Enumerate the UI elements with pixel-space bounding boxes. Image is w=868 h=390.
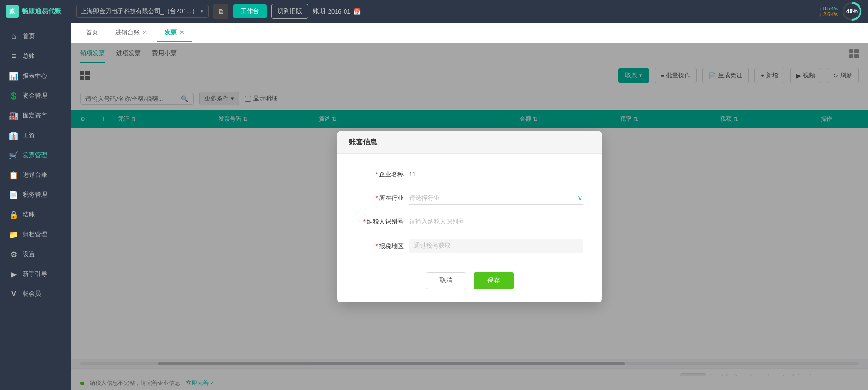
progress-pct: 49% bbox=[846, 8, 858, 15]
taxpayer-input[interactable] bbox=[409, 216, 583, 227]
tab-close-invoice[interactable]: ✕ bbox=[179, 29, 184, 36]
sidebar-label-invoice: 发票管理 bbox=[23, 151, 47, 159]
modal-title: 账套信息 bbox=[349, 138, 377, 146]
sidebar-label-member: 畅会员 bbox=[23, 290, 41, 298]
sidebar-label-guide: 新手引导 bbox=[23, 270, 47, 278]
taxpayer-label: *纳税人识别号 bbox=[356, 217, 404, 226]
sidebar-item-assets[interactable]: 🏭 固定资产 bbox=[0, 106, 71, 125]
tab-bar: 首页 进销台账 ✕ 发票 ✕ bbox=[71, 23, 868, 43]
reports-icon: 📊 bbox=[9, 72, 18, 80]
tab-purchase[interactable]: 进销台账 ✕ bbox=[108, 24, 155, 42]
salary-icon: 👔 bbox=[9, 131, 18, 140]
form-row-industry: *所在行业 请选择行业 ∨ bbox=[356, 191, 583, 205]
sidebar-label-assets: 固定资产 bbox=[23, 111, 47, 120]
calendar-icon[interactable]: 📅 bbox=[353, 8, 361, 15]
main-content: 首页 进销台账 ✕ 发票 ✕ 销项发票 进项发票 费用小票 bbox=[71, 23, 868, 390]
form-row-taxpayer: *纳税人识别号 bbox=[356, 216, 583, 227]
sidebar-item-finance[interactable]: 💲 资金管理 bbox=[0, 86, 71, 106]
company-label: *企业名称 bbox=[356, 170, 404, 179]
chevron-down-icon: ∨ bbox=[577, 193, 583, 202]
sidebar-item-home[interactable]: ⌂ 首页 bbox=[0, 26, 71, 46]
industry-label: *所在行业 bbox=[356, 194, 404, 202]
closing-icon: 🔒 bbox=[9, 210, 18, 219]
sidebar-item-purchase[interactable]: 📋 进销台账 bbox=[0, 165, 71, 185]
network-up: ↑ 8.5K/s bbox=[819, 6, 838, 11]
sidebar-item-closing[interactable]: 🔒 结账 bbox=[0, 205, 71, 224]
sidebar-label-reports: 报表中心 bbox=[23, 72, 47, 80]
period-value: 2016-01 bbox=[328, 8, 351, 15]
sidebar-label-ledger: 总账 bbox=[23, 52, 35, 60]
save-button[interactable]: 保存 bbox=[474, 272, 514, 289]
logo: 账 畅康通易代账 bbox=[6, 5, 72, 18]
ledger-icon: ≡ bbox=[9, 52, 18, 60]
member-icon: V bbox=[9, 290, 18, 298]
company-arrow-icon: ▼ bbox=[200, 9, 204, 14]
assets-icon: 🏭 bbox=[9, 111, 18, 120]
sidebar-item-invoice[interactable]: 🛒 发票管理 bbox=[0, 145, 71, 165]
form-row-company: *企业名称 bbox=[356, 169, 583, 180]
workbench-button[interactable]: 工作台 bbox=[233, 4, 267, 18]
modal-footer: 取消 保存 bbox=[337, 265, 602, 302]
sidebar-item-reports[interactable]: 📊 报表中心 bbox=[0, 66, 71, 86]
sidebar-label-purchase: 进销台账 bbox=[23, 171, 47, 179]
modal-dialog: 账套信息 *企业名称 *所在行业 bbox=[337, 131, 602, 302]
sidebar-item-archive[interactable]: 📁 归档管理 bbox=[0, 224, 71, 244]
home-icon: ⌂ bbox=[9, 32, 18, 41]
top-right-area: ↑ 8.5K/s ↓ 2.6K/s 49% bbox=[819, 1, 862, 22]
archive-icon: 📁 bbox=[9, 230, 18, 239]
sidebar-item-tax[interactable]: 📄 税务管理 bbox=[0, 185, 71, 205]
switch-version-button[interactable]: 切到旧版 bbox=[271, 4, 308, 19]
industry-placeholder: 请选择行业 bbox=[409, 194, 577, 202]
content-area: 销项发票 进项发票 费用小票 bbox=[71, 43, 868, 390]
company-selector[interactable]: 上海卯金刀电子科技有限公司_（台201...） ▼ bbox=[76, 5, 209, 18]
tax-icon: 📄 bbox=[9, 191, 18, 199]
company-name: 上海卯金刀电子科技有限公司_（台201...） bbox=[81, 7, 198, 16]
sidebar-label-closing: 结账 bbox=[23, 210, 35, 219]
company-input[interactable] bbox=[409, 169, 583, 180]
tax-region-label: *报税地区 bbox=[356, 242, 404, 250]
finance-icon: 💲 bbox=[9, 91, 18, 100]
tab-home[interactable]: 首页 bbox=[78, 24, 106, 42]
purchase-icon: 📋 bbox=[9, 171, 18, 179]
modal-header: 账套信息 bbox=[337, 131, 602, 154]
sidebar-label-archive: 归档管理 bbox=[23, 230, 47, 239]
network-down: ↓ 2.6K/s bbox=[819, 11, 838, 17]
industry-select[interactable]: 请选择行业 ∨ bbox=[409, 191, 583, 205]
tax-region-display: 通过税号获取 bbox=[409, 239, 583, 253]
sidebar-item-settings[interactable]: ⚙ 设置 bbox=[0, 244, 71, 264]
logo-icon: 账 bbox=[6, 5, 19, 18]
sidebar-label-salary: 工资 bbox=[23, 131, 35, 140]
sidebar-item-member[interactable]: V 畅会员 bbox=[0, 284, 71, 304]
sidebar-label-settings: 设置 bbox=[23, 250, 35, 258]
sidebar-item-salary[interactable]: 👔 工资 bbox=[0, 125, 71, 145]
cancel-button[interactable]: 取消 bbox=[426, 272, 466, 289]
sidebar-label-home: 首页 bbox=[23, 32, 35, 41]
top-bar: 账 畅康通易代账 上海卯金刀电子科技有限公司_（台201...） ▼ ⧉ 工作台… bbox=[0, 0, 868, 23]
period-label: 账期 bbox=[313, 7, 325, 16]
copy-icon[interactable]: ⧉ bbox=[213, 4, 228, 19]
invoice-icon: 🛒 bbox=[9, 151, 18, 159]
cpu-progress: 49% bbox=[842, 1, 862, 22]
tab-invoice[interactable]: 发票 ✕ bbox=[157, 24, 192, 42]
sidebar: ⌂ 首页 ≡ 总账 📊 报表中心 💲 资金管理 🏭 固定资产 👔 工资 🛒 发票… bbox=[0, 23, 71, 390]
modal-body: *企业名称 *所在行业 请选择行业 ∨ bbox=[337, 154, 602, 265]
form-row-tax-region: *报税地区 通过税号获取 bbox=[356, 239, 583, 253]
tab-close-purchase[interactable]: ✕ bbox=[143, 29, 147, 36]
sidebar-item-guide[interactable]: ▶ 新手引导 bbox=[0, 264, 71, 284]
settings-icon: ⚙ bbox=[9, 250, 18, 258]
sidebar-label-tax: 税务管理 bbox=[23, 191, 47, 199]
sidebar-label-finance: 资金管理 bbox=[23, 91, 47, 100]
network-stats: ↑ 8.5K/s ↓ 2.6K/s bbox=[819, 6, 838, 17]
sidebar-item-ledger[interactable]: ≡ 总账 bbox=[0, 46, 71, 66]
guide-icon: ▶ bbox=[9, 270, 18, 278]
period-display: 账期 2016-01 📅 bbox=[313, 7, 361, 16]
modal-overlay: 账套信息 *企业名称 *所在行业 bbox=[71, 43, 868, 390]
logo-text: 畅康通易代账 bbox=[22, 7, 61, 16]
